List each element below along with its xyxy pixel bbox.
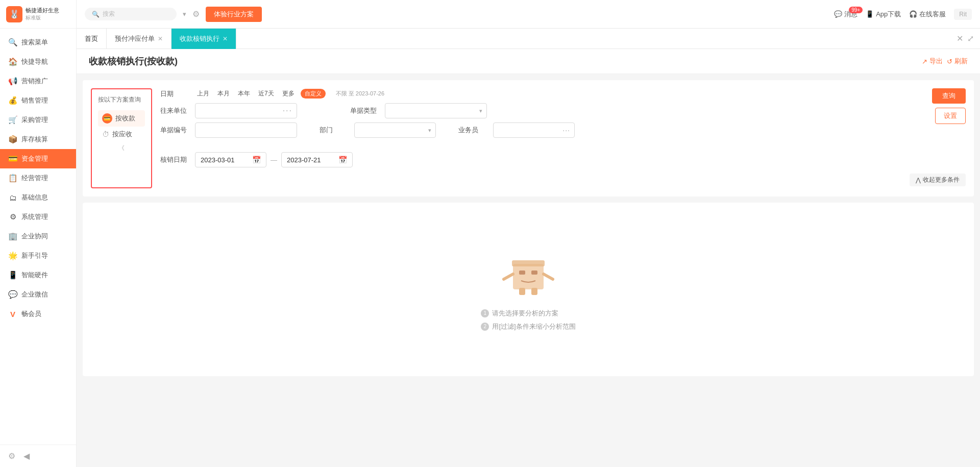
staff-label: 业务员: [458, 126, 487, 135]
sidebar-item-quicknav[interactable]: 🏠 快捷导航: [0, 52, 76, 71]
settings-footer-icon[interactable]: ⚙: [8, 451, 15, 461]
filter-option-receipt[interactable]: 💳 按收款: [98, 110, 145, 127]
message-badge[interactable]: 💬 消息 99+: [834, 10, 857, 19]
topbar-search[interactable]: 🔍 搜索: [85, 8, 177, 20]
sidebar-item-vip[interactable]: V 畅会员: [0, 304, 76, 324]
sidebar-item-marketing-label: 营销推广: [21, 77, 48, 86]
date-this-year[interactable]: 本年: [236, 88, 252, 99]
svg-rect-6: [519, 288, 525, 295]
date-last-month[interactable]: 上月: [195, 88, 211, 99]
solution-button[interactable]: 体验行业方案: [206, 7, 262, 22]
inventory-icon: 📦: [8, 135, 17, 144]
verify-date-start-input[interactable]: 2023-03-01 📅: [195, 152, 266, 167]
query-set-col: 查询 设置: [932, 88, 966, 124]
filter-option-receivable[interactable]: ⏱ 按应收: [98, 127, 145, 142]
message-count: 99+: [849, 7, 863, 13]
svg-rect-0: [513, 264, 544, 289]
date-options: 上月 本月 本年 近7天 更多 自定义: [195, 88, 326, 99]
verify-date-start-value: 2023-03-01: [201, 156, 235, 164]
collapse-more-button[interactable]: ⋀ 收起更多条件: [910, 174, 966, 186]
tab-prepay-close-icon[interactable]: ✕: [158, 35, 163, 42]
query-button[interactable]: 查询: [932, 88, 966, 104]
sidebar-item-enterprise-label: 企业协同: [21, 232, 48, 241]
svg-rect-1: [512, 260, 545, 266]
page-actions: ↗ 导出 ↺ 刷新: [922, 57, 968, 66]
user-name[interactable]: Rit: [954, 9, 972, 20]
logo-sub: 标准版: [26, 14, 59, 21]
collapse-more-icon: ⋀: [916, 177, 921, 184]
date-label: 日期: [160, 89, 189, 99]
sidebar-menu: 🔍 搜索菜单 🏠 快捷导航 📢 营销推广 💰 销售管理 🛒 采购管理 📦 库存核…: [0, 29, 76, 445]
sidebar-item-operation[interactable]: 📋 经营管理: [0, 168, 76, 188]
tab-prepay[interactable]: 预付冲应付单 ✕: [107, 29, 172, 49]
topbar-gear-icon[interactable]: ⚙: [192, 9, 200, 19]
sidebar-item-marketing[interactable]: 📢 营销推广: [0, 71, 76, 91]
topbar: 🔍 搜索 ▾ ⚙ 体验行业方案 💬 消息 99+ 📱 App下载 🎧 在线客服 …: [77, 0, 980, 29]
online-service-link[interactable]: 🎧 在线客服: [909, 10, 946, 19]
empty-tip-1: 1 请先选择要分析的方案: [481, 307, 575, 320]
collapse-sidebar-icon[interactable]: ◀: [23, 451, 30, 461]
tabbar-actions: ✕ ⤢: [957, 34, 980, 43]
tab-receipt-verify-label: 收款核销执行: [180, 34, 219, 43]
tabbar: 首页 预付冲应付单 ✕ 收款核销执行 ✕ ✕ ⤢: [77, 29, 980, 49]
service-icon: 🎧: [909, 10, 917, 18]
export-button[interactable]: ↗ 导出: [922, 57, 943, 66]
tip-num-2: 2: [481, 323, 489, 331]
sidebar-collapse-button[interactable]: 《: [98, 144, 145, 153]
sidebar-item-search-label: 搜索菜单: [21, 38, 48, 47]
date-more[interactable]: 更多: [280, 88, 297, 99]
voucher-no-input[interactable]: [195, 122, 297, 138]
page-header: 收款核销执行(按收款) ↗ 导出 ↺ 刷新: [77, 49, 980, 74]
sidebar-item-hardware[interactable]: 📱 智能硬件: [0, 265, 76, 285]
verify-date-end-input[interactable]: 2023-07-21 📅: [281, 152, 353, 167]
date-custom-badge[interactable]: 自定义: [301, 89, 326, 99]
filter-option-receipt-label: 按收款: [115, 114, 135, 123]
close-window-icon[interactable]: ✕: [957, 34, 963, 43]
empty-tip-2: 2 用[过滤]条件来缩小分析范围: [481, 320, 575, 333]
verify-date-label: 核销日期: [160, 155, 189, 164]
tab-receipt-verify-close-icon[interactable]: ✕: [223, 35, 228, 42]
sidebar-item-guide[interactable]: 🌟 新手引导: [0, 246, 76, 265]
sales-icon: 💰: [8, 96, 17, 105]
receipt-option-icon: 💳: [102, 113, 112, 124]
sidebar-item-basic[interactable]: 🗂 基础信息: [0, 188, 76, 207]
content-area: 收款核销执行(按收款) ↗ 导出 ↺ 刷新 按以下方案查询 💳 按收款: [77, 49, 980, 467]
sidebar-item-purchase[interactable]: 🛒 采购管理: [0, 110, 76, 130]
message-icon: 💬: [834, 10, 842, 18]
empty-icon-wrapper: [498, 246, 559, 299]
refresh-button[interactable]: ↺ 刷新: [947, 57, 968, 66]
search-placeholder: 搜索: [103, 10, 115, 18]
sidebar-item-sales[interactable]: 💰 销售管理: [0, 91, 76, 110]
counterpart-label: 往来单位: [160, 106, 189, 115]
sidebar-item-operation-label: 经营管理: [21, 174, 48, 183]
sidebar-item-finance[interactable]: 💳 资金管理: [0, 149, 76, 168]
tip-num-1: 1: [481, 309, 489, 317]
online-service-label: 在线客服: [919, 10, 946, 19]
date-this-month[interactable]: 本月: [215, 88, 232, 99]
counterpart-dots-icon[interactable]: ···: [283, 106, 292, 115]
verify-date-end-calendar-icon[interactable]: 📅: [338, 156, 347, 164]
date-7days[interactable]: 近7天: [256, 88, 276, 99]
tab-receipt-verify[interactable]: 收款核销执行 ✕: [172, 29, 236, 49]
maximize-icon[interactable]: ⤢: [967, 34, 974, 43]
page-title: 收款核销执行(按收款): [89, 55, 178, 67]
filter-sidebar-title: 按以下方案查询: [98, 95, 145, 104]
sidebar-item-inventory[interactable]: 📦 库存核算: [0, 130, 76, 149]
settings-button[interactable]: 设置: [935, 108, 966, 124]
counterpart-input[interactable]: [200, 107, 281, 115]
staff-dots-icon[interactable]: ···: [562, 126, 570, 134]
tip-text-2: 用[过滤]条件来缩小分析范围: [492, 320, 575, 333]
verify-date-start-calendar-icon[interactable]: 📅: [252, 156, 261, 164]
sidebar-item-system[interactable]: ⚙ 系统管理: [0, 207, 76, 227]
app-download-link[interactable]: 📱 App下载: [866, 10, 901, 19]
hardware-icon: 📱: [8, 271, 17, 280]
sidebar-item-enterprise[interactable]: 🏢 企业协同: [0, 227, 76, 246]
logo-name: 畅捷通好生意: [26, 7, 59, 14]
sidebar-item-search[interactable]: 🔍 搜索菜单: [0, 33, 76, 52]
empty-tips: 1 请先选择要分析的方案 2 用[过滤]条件来缩小分析范围: [481, 307, 575, 333]
topbar-chevron-icon[interactable]: ▾: [183, 10, 186, 18]
tab-home[interactable]: 首页: [77, 29, 107, 49]
tip-text-1: 请先选择要分析的方案: [492, 307, 558, 320]
sidebar-item-wechat[interactable]: 💬 企业微信: [0, 285, 76, 304]
receivable-option-icon: ⏱: [102, 130, 109, 138]
